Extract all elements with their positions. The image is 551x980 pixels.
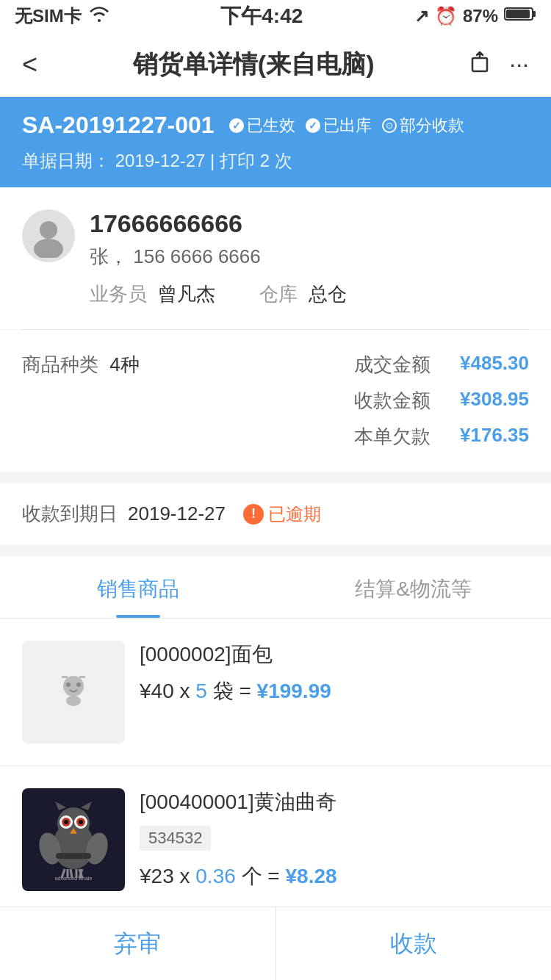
svg-text:advanced whale: advanced whale	[55, 876, 93, 881]
contact-name: 张，	[90, 245, 128, 267]
share-icon[interactable]	[469, 49, 494, 80]
page-title: 销货单详情(来自电脑)	[133, 48, 375, 82]
product-details-1: [0000002]面包 ¥40 x 5 袋 = ¥199.99	[140, 641, 529, 743]
summary-right: 成交金额 ¥485.30 收款金额 ¥308.95 本单欠款 ¥176.35	[354, 352, 529, 450]
product-item-2: advanced whale [000400001]黄油曲奇 534532 ¥2…	[0, 766, 551, 914]
customer-meta: 业务员 曾凡杰 仓库 总仓	[90, 281, 529, 307]
product-name-1: [0000002]面包	[140, 641, 529, 669]
tab-settlement-label: 结算&物流等	[355, 577, 472, 600]
equals-symbol-1: =	[239, 680, 256, 702]
due-section: 收款到期日 2019-12-27 ! 已逾期	[0, 483, 551, 544]
customer-section: 17666666666 张， 156 6666 6666 业务员 曾凡杰 仓库 …	[0, 187, 551, 329]
product-type-count: 4种	[109, 353, 139, 375]
order-id: SA-20191227-001	[22, 112, 215, 139]
total-2: ¥8.28	[285, 865, 336, 887]
tab-settlement[interactable]: 结算&物流等	[276, 556, 551, 618]
status-badge-effective: ✓ 已生效	[229, 115, 295, 137]
customer-name: 17666666666	[90, 209, 529, 238]
receipt-amount-row: 收款金额 ¥308.95	[354, 388, 529, 414]
svg-rect-3	[472, 58, 487, 71]
multiply-symbol-2: x	[180, 865, 196, 887]
svg-point-18	[64, 820, 68, 824]
order-date: 2019-12-27	[115, 151, 206, 170]
clock-icon: ⊙	[382, 118, 397, 133]
product-item: [0000002]面包 ¥40 x 5 袋 = ¥199.99	[0, 619, 551, 766]
product-list: [0000002]面包 ¥40 x 5 袋 = ¥199.99	[0, 619, 551, 914]
svg-rect-11	[62, 676, 68, 678]
unit-price-1: ¥40	[140, 680, 174, 702]
print-suffix: 次	[275, 151, 292, 170]
product-type-label: 商品种类	[22, 353, 98, 375]
order-header-top: SA-20191227-001 ✓ 已生效 ✓ 已出库 ⊙ 部分收款	[22, 112, 529, 139]
nav-bar: < 销货单详情(来自电脑) ···	[0, 32, 551, 97]
receipt-label: 收款	[390, 928, 437, 960]
product-price-1: ¥40 x 5 袋 = ¥199.99	[140, 677, 529, 705]
summary-left: 商品种类 4种	[22, 352, 140, 378]
alarm-icon: ⏰	[435, 6, 457, 26]
svg-rect-1	[533, 11, 536, 17]
debt-amount-label: 本单欠款	[354, 424, 431, 450]
section-divider-1	[0, 472, 551, 483]
product-image-2: advanced whale	[22, 788, 125, 891]
tab-sales-products-label: 销售商品	[97, 577, 179, 600]
warehouse-info: 仓库 总仓	[259, 281, 347, 307]
svg-point-8	[66, 696, 81, 706]
debt-amount: ¥176.35	[460, 424, 529, 450]
status-left: 无SIM卡	[15, 4, 109, 28]
status-badge-partial: ⊙ 部分收款	[382, 115, 464, 137]
debt-amount-row: 本单欠款 ¥176.35	[354, 424, 529, 450]
print-separator: | 打印	[210, 151, 255, 170]
overdue-badge: ! 已逾期	[243, 502, 321, 526]
battery-label: 87%	[463, 6, 498, 26]
customer-info: 17666666666 张， 156 6666 6666 业务员 曾凡杰 仓库 …	[90, 209, 529, 307]
back-button[interactable]: <	[22, 49, 37, 80]
receipt-amount: ¥308.95	[460, 388, 529, 414]
equals-symbol-2: =	[267, 865, 285, 887]
product-price-2: ¥23 x 0.36 个 = ¥8.28	[140, 862, 529, 890]
bottom-bar: 弃审 收款	[0, 907, 551, 980]
multiply-symbol-1: x	[180, 680, 196, 702]
sales-label: 业务员	[90, 283, 147, 305]
svg-rect-2	[506, 10, 530, 18]
status-badge-outbound: ✓ 已出库	[306, 115, 372, 137]
status-bar: 无SIM卡 下午4:42 ↗ ⏰ 87%	[0, 0, 551, 32]
more-icon[interactable]: ···	[509, 51, 529, 78]
receipt-amount-label: 收款金额	[354, 388, 431, 414]
product-sku-2: 534532	[140, 826, 211, 851]
warehouse-name: 总仓	[309, 283, 347, 305]
print-count: 2	[260, 151, 270, 170]
svg-rect-33	[56, 853, 91, 859]
check-icon-2: ✓	[306, 118, 320, 133]
status-label-outbound: 已出库	[323, 115, 372, 137]
product-type-info: 商品种类 4种	[22, 352, 140, 378]
section-divider-2	[0, 544, 551, 556]
unit-1: 袋	[213, 680, 234, 702]
sales-info: 业务员 曾凡杰	[90, 281, 215, 307]
customer-phone: 张， 156 6666 6666	[90, 244, 529, 270]
receipt-button[interactable]: 收款	[276, 907, 552, 980]
product-name-2: [000400001]黄油曲奇	[140, 788, 529, 816]
sales-name: 曾凡杰	[158, 283, 215, 305]
product-details-2: [000400001]黄油曲奇 534532 ¥23 x 0.36 个 = ¥8…	[140, 788, 529, 891]
svg-point-10	[76, 682, 81, 687]
status-right: ↗ ⏰ 87%	[414, 6, 536, 26]
date-label: 单据日期：	[22, 151, 110, 170]
due-date: 2019-12-27	[128, 502, 226, 525]
svg-point-21	[79, 820, 83, 824]
status-time: 下午4:42	[220, 2, 303, 30]
wifi-icon	[89, 6, 109, 26]
tabs: 销售商品 结算&物流等	[0, 556, 551, 619]
battery-icon	[504, 6, 536, 26]
order-date-line: 单据日期： 2019-12-27 | 打印 2 次	[22, 149, 529, 173]
status-label-partial: 部分收款	[400, 115, 464, 137]
svg-point-5	[40, 221, 57, 239]
due-label: 收款到期日	[22, 501, 118, 527]
status-label-effective: 已生效	[247, 115, 295, 137]
product-image-1	[22, 641, 125, 743]
svg-rect-12	[79, 676, 85, 678]
tab-sales-products[interactable]: 销售商品	[0, 556, 276, 618]
abandon-review-button[interactable]: 弃审	[0, 907, 276, 980]
summary-section: 商品种类 4种 成交金额 ¥485.30 收款金额 ¥308.95 本单欠款 ¥…	[0, 330, 551, 472]
location-icon: ↗	[414, 6, 429, 26]
transaction-amount: ¥485.30	[460, 352, 529, 378]
